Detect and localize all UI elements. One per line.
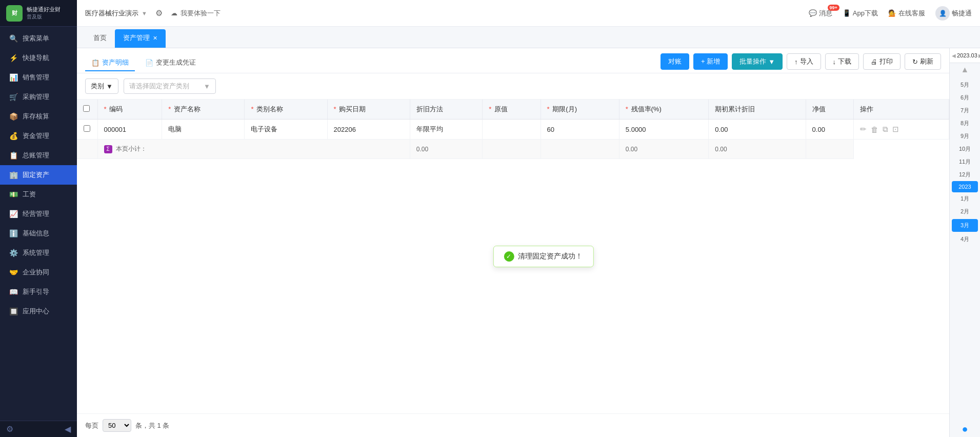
timeline-month-apr-2023[interactable]: 4月 [950, 233, 980, 246]
sub-tab-asset-detail[interactable]: 📋 资产明细 [85, 55, 135, 71]
sidebar-item-quick-nav[interactable]: ⚡ 快捷导航 [0, 48, 77, 68]
per-page-select[interactable]: 20 50 100 [103, 419, 131, 432]
timeline-month-jan-2023[interactable]: 1月 [950, 192, 980, 205]
category-input[interactable]: 请选择固定资产类别 ▼ [124, 78, 216, 94]
category-filter[interactable]: 类别 ▼ [85, 78, 118, 94]
sub-tabs: 📋 资产明细 📄 变更生成凭证 对账 + 新增 批量操作 ▼ ↑ [77, 48, 949, 73]
fixed-assets-icon: 🏢 [8, 171, 18, 179]
sub-tab-change-voucher[interactable]: 📄 变更生成凭证 [139, 55, 202, 71]
tabs-bar: 首页 资产管理 ✕ [77, 27, 980, 48]
settings-gear-icon[interactable]: ⚙ [155, 8, 163, 18]
timeline-month-may[interactable]: 5月 [950, 78, 980, 91]
table-header-code: * 编码 [97, 100, 162, 120]
sidebar-item-label: 企业协同 [23, 268, 49, 277]
row-checkbox[interactable] [84, 125, 90, 132]
sidebar-item-app-center[interactable]: 🔲 应用中心 [0, 302, 77, 321]
collapse-icon[interactable]: ◀ [65, 424, 71, 434]
timeline-month-oct[interactable]: 10月 [950, 143, 980, 155]
tab-home-label: 首页 [93, 33, 107, 43]
sidebar-item-finance[interactable]: 💰 资金管理 [0, 126, 77, 146]
online-service-button[interactable]: 💁 在线客服 [888, 9, 925, 18]
import-icon: ↑ [794, 58, 798, 66]
timeline-scroll-down[interactable]: ● [950, 421, 980, 437]
inventory-icon: 📦 [8, 112, 18, 121]
reconcile-button[interactable]: 对账 [661, 53, 689, 70]
sidebar-item-ledger[interactable]: 📋 总账管理 [0, 146, 77, 165]
sidebar-item-label: 应用中心 [23, 307, 49, 316]
table-header-actions: 操作 [854, 100, 949, 120]
sidebar-item-fixed-assets[interactable]: 🏢 固定资产 [0, 165, 77, 185]
download-button[interactable]: ↓ 下载 [825, 53, 859, 70]
select-all-checkbox[interactable] [83, 105, 90, 112]
settings-icon[interactable]: ⚙ [6, 424, 13, 434]
timeline-month-mar-2023[interactable]: 3月 [952, 219, 978, 232]
print-label: 打印 [879, 57, 893, 66]
batch-ops-label: 批量操作 [739, 57, 766, 66]
more-icon[interactable]: ⊡ [892, 125, 899, 134]
sidebar-item-guide[interactable]: 📖 新手引导 [0, 282, 77, 302]
table-header-original-value: * 原值 [483, 100, 541, 120]
sidebar-item-search[interactable]: 🔍 搜索菜单 [0, 29, 77, 48]
timeline-month-aug[interactable]: 8月 [950, 117, 980, 130]
tab-home[interactable]: 首页 [85, 29, 115, 48]
row-residual-rate: 5.0000 [619, 120, 708, 140]
right-panel: ◀ 2023.03 ▶ ▲ 5月 6月 7月 8月 9月 10月 11月 12月… [949, 48, 980, 437]
subtotal-empty-checkbox [77, 140, 97, 159]
messages-button[interactable]: 💬 消息 99+ [809, 9, 832, 18]
edit-icon[interactable]: ✏ [860, 125, 867, 134]
sidebar-item-cooperation[interactable]: 🤝 企业协同 [0, 263, 77, 282]
row-name: 电脑 [162, 120, 245, 140]
per-page-label: 每页 [85, 421, 98, 430]
operations-icon: 📈 [8, 210, 18, 218]
asset-detail-tab-label: 资产明细 [102, 58, 129, 67]
batch-ops-button[interactable]: 批量操作 ▼ [732, 53, 783, 70]
timeline-scroll-up[interactable]: ▲ [950, 63, 980, 76]
sidebar-item-system[interactable]: ⚙️ 系统管理 [0, 243, 77, 263]
row-checkbox-cell [77, 120, 97, 140]
subtotal-initial-accumulated: 0.00 [619, 140, 708, 159]
asset-detail-tab-icon: 📋 [91, 59, 99, 67]
copy-icon[interactable]: ⧉ [883, 125, 888, 134]
timeline-month-dec[interactable]: 12月 [950, 168, 980, 181]
table-row: 000001 电脑 电子设备 202206 年限平均 60 5.0000 0.0… [77, 120, 949, 140]
experience-button[interactable]: ☁ 我要体验一下 [171, 9, 221, 18]
company-selector[interactable]: 医疗器械行业演示 ▼ [85, 9, 147, 18]
sidebar-item-operations[interactable]: 📈 经营管理 [0, 204, 77, 224]
sidebar-item-purchase[interactable]: 🛒 采购管理 [0, 87, 77, 107]
sidebar-item-label: 搜索菜单 [23, 34, 49, 43]
timeline-month-feb-2023[interactable]: 2月 [950, 205, 980, 218]
sidebar-item-sales[interactable]: 📊 销售管理 [0, 68, 77, 87]
sidebar-item-inventory[interactable]: 📦 库存核算 [0, 107, 77, 126]
change-voucher-tab-icon: 📄 [145, 59, 153, 67]
data-table: * 编码 * 资产名称 * 类别名称 [77, 100, 949, 159]
delete-icon[interactable]: 🗑 [871, 125, 878, 134]
table-header-net-value: 净值 [806, 100, 854, 120]
sidebar-item-payroll[interactable]: 💵 工资 [0, 185, 77, 204]
sidebar-item-label: 资金管理 [23, 131, 49, 141]
user-profile[interactable]: 👤 畅捷通 [935, 6, 972, 21]
table-header-initial-accumulated: 期初累计折旧 [709, 100, 806, 120]
subtotal-actions [806, 140, 854, 159]
panel-left-arrow[interactable]: ◀ [952, 53, 956, 58]
sidebar-item-label: 固定资产 [23, 170, 49, 180]
timeline-month-sep[interactable]: 9月 [950, 130, 980, 143]
timeline-month-nov[interactable]: 11月 [950, 155, 980, 168]
timeline-year-2023[interactable]: 2023 [952, 181, 978, 192]
new-button[interactable]: + 新增 [693, 53, 728, 70]
timeline-month-jul[interactable]: 7月 [950, 104, 980, 117]
subtotal-residual-rate [541, 140, 619, 159]
tab-asset-mgmt[interactable]: 资产管理 ✕ [115, 29, 166, 48]
table-header-residual-rate: * 残值率(%) [619, 100, 708, 120]
row-category: 电子设备 [245, 120, 327, 140]
ledger-icon: 📋 [8, 151, 18, 160]
sidebar-item-basic-info[interactable]: ℹ️ 基础信息 [0, 224, 77, 243]
refresh-button[interactable]: ↻ 刷新 [905, 53, 941, 70]
app-download-button[interactable]: 📱 App下载 [843, 9, 878, 18]
import-button[interactable]: ↑ 导入 [787, 53, 821, 70]
filter-toolbar: 类别 ▼ 请选择固定资产类别 ▼ [77, 73, 949, 100]
print-button[interactable]: 🖨 打印 [863, 53, 901, 70]
subtotal-net-value: 0.00 [709, 140, 806, 159]
timeline-month-jun[interactable]: 6月 [950, 91, 980, 104]
tab-close-icon[interactable]: ✕ [153, 35, 157, 42]
online-service-label: 在线客服 [898, 9, 925, 18]
